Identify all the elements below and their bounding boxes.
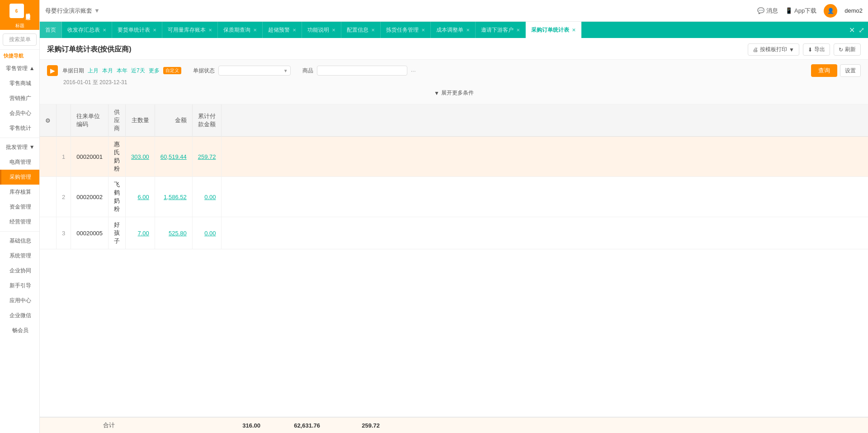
sidebar-item-purchase-mgmt[interactable]: 采购管理	[0, 170, 39, 185]
tab-avail-inv-close-icon[interactable]: ✕	[208, 28, 212, 33]
row3-amount-link[interactable]: 525.80	[169, 230, 187, 237]
row1-main-qty-link[interactable]: 303.00	[131, 153, 149, 160]
sidebar-item-ops-mgmt[interactable]: 经营管理	[0, 214, 39, 229]
goods-filter-label: 商品	[302, 67, 313, 75]
sidebar-item-sys-mgmt[interactable]: 系统管理	[0, 248, 39, 263]
sidebar-item-basic-info[interactable]: 基础信息	[0, 233, 39, 248]
breadcrumb[interactable]: 母婴行业演示账套 ▼	[45, 7, 100, 15]
tab-func-desc-close-icon[interactable]: ✕	[332, 28, 335, 33]
footer-paid-amount: 259.72	[326, 422, 380, 429]
tab-maximize-icon[interactable]: ⤢	[859, 26, 864, 34]
sidebar: 6 畅捷通好生意 标题 搜索菜单 快捷导航 零售管理 ▲ 零售商城 营销推广 会…	[0, 0, 40, 433]
date-opt-this-year[interactable]: 本年	[117, 67, 127, 75]
tab-expiry-close-icon[interactable]: ✕	[253, 28, 257, 33]
settings-button[interactable]: 设置	[840, 64, 861, 77]
row3-paid-link[interactable]: 0.00	[204, 230, 216, 237]
page-title-bar: 采购订单统计表(按供应商) 🖨 按模板打印 ▼ ⬇ 导出 ↻ 刷新	[40, 38, 868, 60]
date-opt-last-month[interactable]: 上月	[88, 67, 99, 75]
app-download-button[interactable]: 📱 App下载	[785, 7, 816, 15]
sidebar-item-batch-mgmt[interactable]: 批发管理 ▼	[0, 140, 39, 155]
table-row[interactable]: 3 00020005 好孩子 7.00 525.80 0.00	[40, 217, 868, 249]
row2-amount-link[interactable]: 1,586.52	[164, 194, 187, 200]
status-select[interactable]	[218, 66, 291, 76]
row2-main-qty: 6.00	[126, 177, 155, 217]
tab-func-desc-label: 功能说明	[307, 26, 329, 34]
custom-date-badge[interactable]: 自定义	[163, 67, 181, 74]
tab-purchase-stats[interactable]: 采购订单统计表 ✕	[526, 22, 581, 38]
avatar-icon: 👤	[827, 8, 834, 14]
refresh-button[interactable]: ↻ 刷新	[834, 43, 861, 56]
tab-req-stats-close-icon[interactable]: ✕	[153, 28, 156, 33]
sidebar-item-member[interactable]: 畅会员	[0, 323, 39, 338]
sidebar-item-app-center[interactable]: 应用中心	[0, 293, 39, 308]
query-button[interactable]: 查询	[811, 64, 837, 77]
tab-overstock-close-icon[interactable]: ✕	[292, 28, 296, 33]
sidebar-item-capital[interactable]: 资金管理	[0, 200, 39, 214]
message-button[interactable]: 💬 消息	[757, 7, 778, 15]
tab-invite-down-label: 邀请下游客户	[481, 26, 514, 34]
tab-config-info-close-icon[interactable]: ✕	[371, 28, 375, 33]
tab-invite-down[interactable]: 邀请下游客户 ✕	[476, 22, 526, 38]
date-filter-label: 单据日期	[62, 67, 84, 75]
sidebar-item-corp-wx[interactable]: 企业微信	[0, 308, 39, 323]
sidebar-item-retail-mgmt[interactable]: 零售管理 ▲	[0, 61, 39, 76]
row2-paid-amount: 0.00	[192, 177, 222, 217]
sidebar-item-retail-shop[interactable]: 零售商城	[0, 76, 39, 91]
tab-expiry[interactable]: 保质期查询 ✕	[218, 22, 263, 38]
sidebar-item-inventory[interactable]: 库存核算	[0, 185, 39, 200]
template-print-button[interactable]: 🖨 按模板打印 ▼	[748, 43, 799, 56]
filter-toggle-button[interactable]: ▶	[47, 65, 58, 76]
tab-cost-adj[interactable]: 成本调整单 ✕	[431, 22, 476, 38]
sidebar-item-retail-stats[interactable]: 零售统计	[0, 121, 39, 136]
divider-1	[0, 138, 39, 138]
table-col-settings[interactable]: ⚙	[40, 105, 57, 137]
tab-hold-task[interactable]: 拣货任务管理 ✕	[381, 22, 431, 38]
status-filter-section: 单据状态 ▼	[193, 66, 291, 76]
row3-main-qty-link[interactable]: 7.00	[138, 230, 149, 237]
date-opt-more[interactable]: 更多	[149, 67, 160, 75]
user-avatar[interactable]: 👤	[824, 4, 837, 18]
tab-config-info-label: 配置信息	[347, 26, 368, 34]
tab-home[interactable]: 首页	[40, 22, 62, 38]
sidebar-item-marketing[interactable]: 营销推广	[0, 91, 39, 106]
tab-req-stats[interactable]: 要货单统计表 ✕	[112, 22, 162, 38]
row2-main-qty-link[interactable]: 6.00	[138, 194, 149, 200]
row2-paid-link[interactable]: 0.00	[204, 194, 216, 200]
tab-config-info[interactable]: 配置信息 ✕	[341, 22, 381, 38]
row3-amount: 525.80	[155, 217, 192, 249]
date-opt-this-month[interactable]: 本月	[102, 67, 113, 75]
sidebar-item-member-center[interactable]: 会员中心	[0, 106, 39, 121]
sidebar-item-new-guide[interactable]: 新手引导	[0, 278, 39, 293]
table-col-amount: 金额	[155, 105, 192, 137]
row2-extra	[222, 177, 868, 217]
tab-recv-send-close-icon[interactable]: ✕	[103, 28, 106, 33]
tab-recv-send-label: 收发存汇总表	[67, 26, 100, 34]
page-actions: 🖨 按模板打印 ▼ ⬇ 导出 ↻ 刷新	[748, 43, 861, 56]
table-row[interactable]: 2 00020002 飞鹤奶粉 6.00 1,586.52 0.00	[40, 177, 868, 217]
goods-input[interactable]	[317, 66, 407, 76]
row1-amount: 60,519.44	[155, 137, 192, 177]
tab-hold-task-close-icon[interactable]: ✕	[421, 28, 425, 33]
goods-more-icon[interactable]: ···	[411, 67, 416, 74]
tab-invite-down-close-icon[interactable]: ✕	[516, 28, 520, 33]
sidebar-item-ecom-mgmt[interactable]: 电商管理	[0, 155, 39, 170]
table-col-paid-amount: 累计付款金额	[192, 105, 222, 137]
row1-amount-link[interactable]: 60,519.44	[160, 153, 187, 160]
template-dropdown-icon: ▼	[789, 47, 794, 53]
tab-purchase-stats-close-icon[interactable]: ✕	[572, 28, 576, 33]
sidebar-item-corp-coop[interactable]: 企业协同	[0, 263, 39, 278]
search-menu-button[interactable]: 搜索菜单	[3, 33, 37, 46]
expand-conditions-button[interactable]: ▼ 展开更多条件	[434, 89, 474, 97]
tab-close-all-icon[interactable]: ✕	[849, 26, 855, 34]
tab-cost-adj-close-icon[interactable]: ✕	[466, 28, 470, 33]
row1-paid-link[interactable]: 259.72	[198, 153, 216, 160]
date-opt-7days[interactable]: 近7天	[131, 67, 145, 75]
tab-func-desc[interactable]: 功能说明 ✕	[302, 22, 341, 38]
message-label: 消息	[766, 7, 778, 15]
tab-overstock[interactable]: 超储预警 ✕	[263, 22, 302, 38]
date-filter-section: 单据日期 上月 本月 本年 近7天 更多 自定义	[62, 67, 181, 75]
export-button[interactable]: ⬇ 导出	[803, 43, 830, 56]
table-row[interactable]: 1 00020001 惠氏奶粉 303.00 60,519.44 259.72	[40, 137, 868, 177]
tab-avail-inv[interactable]: 可用量库存账本 ✕	[162, 22, 218, 38]
tab-recv-send[interactable]: 收发存汇总表 ✕	[62, 22, 112, 38]
